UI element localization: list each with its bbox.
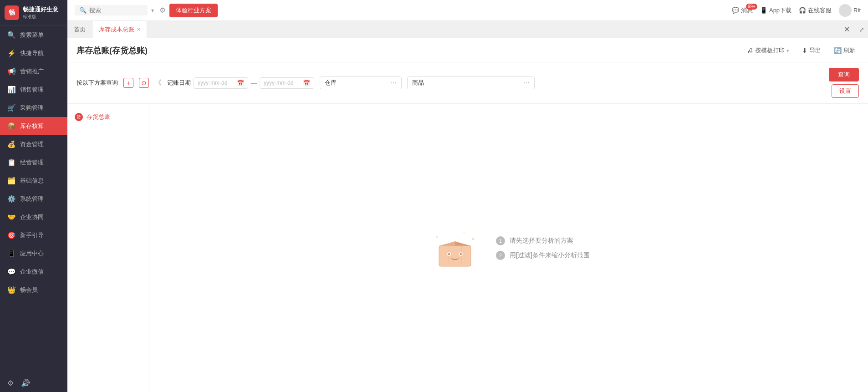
sidebar-item-label: 搜索菜单 [20, 31, 44, 39]
scheme-sidebar: 货 存货总账 [67, 104, 149, 392]
svg-point-9 [460, 253, 462, 255]
tab-home[interactable]: 首页 [67, 21, 92, 38]
topbar-message-item[interactable]: 💬 消息 99+ [732, 6, 753, 15]
marketing-icon: 📢 [7, 67, 15, 76]
topbar: 🔍 ▾ ⚙ 体验行业方案 💬 消息 99+ 📱 App下载 🎧 在线客服 [67, 0, 868, 21]
sidebar-item-corp[interactable]: 🤝 企业协同 [0, 208, 67, 226]
sidebar-item-label: 快捷导航 [20, 49, 44, 57]
logo-text: 畅捷通好生意 标准版 [23, 5, 58, 20]
content: 库存总账(存货总账) 🖨 按模板打印 ▾ ⬇ 导出 🔄 刷新 [67, 38, 868, 392]
sales-icon: 📊 [7, 86, 15, 94]
search-input[interactable] [89, 7, 135, 14]
app-download-label: App下载 [769, 6, 791, 15]
active-tab-label: 库存成本总账 [99, 25, 134, 34]
sidebar-item-label: 资金管理 [20, 140, 44, 148]
query-button[interactable]: 查询 [829, 68, 859, 81]
sidebar-scroll: 🔍 搜索菜单 ⚡ 快捷导航 📢 营销推广 📊 销售管理 🛒 采购管理 📦 库存核… [0, 26, 67, 374]
scheme-item-label: 存货总账 [87, 113, 110, 121]
message-badge: 99+ [746, 4, 757, 10]
sidebar-item-label: 营销推广 [20, 67, 44, 76]
sidebar-item-search[interactable]: 🔍 搜索菜单 [0, 26, 67, 44]
tab-inventory-ledger[interactable]: 库存成本总账 × [92, 21, 147, 38]
user-name: Rit [853, 7, 861, 14]
sidebar-speaker-icon[interactable]: 🔊 [21, 379, 30, 387]
tip-num-2: 2 [496, 251, 505, 260]
svg-marker-1 [439, 241, 455, 246]
logo-icon: 畅 [5, 5, 19, 20]
calendar-end-icon[interactable]: 📅 [303, 80, 310, 87]
sidebar-item-operation[interactable]: 📋 经营管理 [0, 153, 67, 172]
topbar-search-area[interactable]: 🔍 [75, 5, 148, 15]
scheme-item-inventory-ledger[interactable]: 货 存货总账 [67, 108, 149, 126]
date-start-placeholder: yyyy-mm-dd [198, 80, 227, 86]
warehouse-more-icon[interactable]: ··· [391, 79, 397, 87]
sidebar-item-quick-nav[interactable]: ⚡ 快捷导航 [0, 44, 67, 62]
filter-schema-button[interactable]: ⊙ [139, 78, 149, 88]
sidebar-item-sales[interactable]: 📊 销售管理 [0, 81, 67, 99]
export-icon: ⬇ [802, 47, 807, 54]
app-download-icon: 📱 [760, 7, 767, 14]
empty-tip-2: 2 用[过滤]条件来缩小分析范围 [496, 251, 590, 260]
wechat-icon: 💬 [7, 268, 15, 276]
sidebar-item-member[interactable]: 👑 畅会员 [0, 281, 67, 299]
quick-nav-icon: ⚡ [7, 49, 15, 57]
filter-collapse-icon[interactable]: 《 [154, 78, 162, 88]
settings-button[interactable]: 设置 [832, 84, 859, 98]
scheme-item-icon: 货 [75, 113, 83, 121]
sidebar-item-label: 畅会员 [20, 286, 38, 294]
sidebar-item-system[interactable]: ⚙️ 系统管理 [0, 190, 67, 208]
online-support-label: 在线客服 [808, 6, 832, 15]
sidebar-item-label: 采购管理 [20, 104, 44, 112]
print-btn[interactable]: 🖨 按模板打印 ▾ [743, 45, 793, 56]
date-end-input[interactable]: yyyy-mm-dd 📅 [260, 77, 314, 89]
filter-bar: 按以下方案查询 + ⊙ 《 记账日期 yyyy-mm-dd 📅 — yyyy-m… [67, 62, 868, 104]
sidebar-item-finance[interactable]: 💰 资金管理 [0, 135, 67, 153]
industry-btn[interactable]: 体验行业方案 [169, 4, 218, 17]
goods-more-icon[interactable]: ··· [524, 79, 530, 87]
empty-tips: 1 请先选择要分析的方案 2 用[过滤]条件来缩小分析范围 [496, 236, 590, 260]
topbar-right: 💬 消息 99+ 📱 App下载 🎧 在线客服 Rit [732, 4, 861, 17]
date-end-placeholder: yyyy-mm-dd [264, 80, 293, 86]
print-label: 按模板打印 [755, 46, 785, 55]
sidebar-item-inventory[interactable]: 📦 库存核算 [0, 117, 67, 135]
sidebar-item-marketing[interactable]: 📢 营销推广 [0, 62, 67, 81]
tab-close-icon[interactable]: × [137, 26, 140, 33]
panel-close-icon[interactable]: ✕ [838, 25, 855, 34]
sidebar-logo: 畅 畅捷通好生意 标准版 [0, 0, 67, 26]
refresh-icon: 🔄 [834, 47, 842, 54]
goods-input[interactable]: 商品 ··· [407, 76, 535, 89]
sidebar-item-basic[interactable]: 🗂️ 基础信息 [0, 172, 67, 190]
sidebar-item-purchase[interactable]: 🛒 采购管理 [0, 99, 67, 117]
panel-resize-icon[interactable]: ⤢ [855, 26, 868, 33]
goods-label: 商品 [412, 79, 424, 87]
calendar-start-icon[interactable]: 📅 [237, 80, 244, 87]
refresh-btn[interactable]: 🔄 刷新 [830, 45, 859, 56]
svg-marker-2 [455, 241, 471, 246]
member-icon: 👑 [7, 286, 15, 294]
svg-rect-0 [439, 246, 471, 266]
export-label: 导出 [809, 46, 821, 55]
sidebar-item-label: 经营管理 [20, 158, 44, 167]
headset-icon: 🎧 [799, 7, 806, 14]
corp-icon: 🤝 [7, 213, 15, 221]
print-chevron-icon[interactable]: ▾ [786, 48, 789, 54]
date-input-group: 记账日期 yyyy-mm-dd 📅 — yyyy-mm-dd 📅 [167, 77, 314, 89]
export-btn[interactable]: ⬇ 导出 [798, 45, 825, 56]
topbar-gear-icon[interactable]: ⚙ [159, 6, 166, 15]
sidebar-item-appcenter[interactable]: 📱 应用中心 [0, 244, 67, 263]
sidebar-item-label: 新手引导 [20, 231, 44, 239]
sidebar-item-wechat[interactable]: 💬 企业微信 [0, 263, 67, 281]
topbar-app-download-item[interactable]: 📱 App下载 [760, 6, 791, 15]
warehouse-input[interactable]: 仓库 ··· [320, 76, 402, 89]
user-profile-item[interactable]: Rit [839, 4, 861, 17]
date-separator: — [251, 80, 257, 87]
refresh-label: 刷新 [843, 46, 855, 55]
search-icon: 🔍 [79, 7, 87, 14]
topbar-online-support-item[interactable]: 🎧 在线客服 [799, 6, 832, 15]
newbie-icon: 🎯 [7, 231, 15, 239]
sidebar-settings-icon[interactable]: ⚙ [7, 379, 14, 387]
topbar-chevron-icon[interactable]: ▾ [151, 7, 154, 14]
sidebar-item-newbie[interactable]: 🎯 新手引导 [0, 226, 67, 244]
date-start-input[interactable]: yyyy-mm-dd 📅 [194, 77, 248, 89]
filter-add-button[interactable]: + [123, 78, 133, 88]
